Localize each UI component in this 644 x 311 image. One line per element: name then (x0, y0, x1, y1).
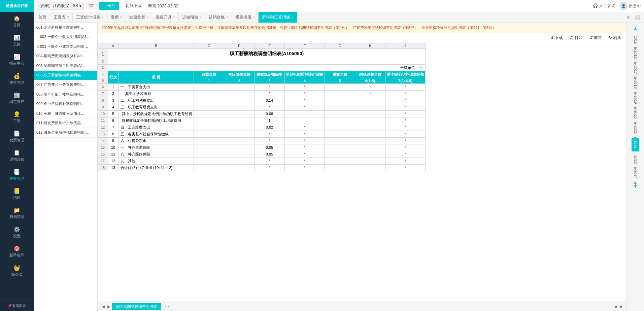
sidebar-item-finance[interactable]: 💰 资金管理 (0, 69, 34, 89)
d-cell[interactable] (224, 110, 255, 117)
tab-invoice-calc[interactable]: 发票测算 × (126, 12, 152, 23)
close-tab-btn[interactable]: ✕ (625, 15, 632, 20)
h-cell[interactable] (355, 151, 385, 158)
d-cell[interactable] (224, 137, 255, 144)
g-cell[interactable] (325, 90, 355, 97)
tab-close-icon[interactable]: × (292, 15, 294, 19)
year-item-2016[interactable]: 2016年 (632, 48, 639, 61)
list-item-004[interactable]: 004-期间费用明细表(A1040… (34, 51, 97, 61)
f-cell[interactable] (285, 110, 325, 117)
sidebar-item-close[interactable]: 📒 结账 (0, 184, 34, 204)
tab-invoice-issue[interactable]: 发票开具 × (152, 12, 179, 23)
sheet-scroll-left-btn[interactable]: ◀ (613, 304, 618, 309)
year-item-2021[interactable]: 2021年 (632, 123, 639, 136)
list-item-005[interactable]: 005-纳税调整项目明细表(A1… (34, 61, 97, 71)
g-cell[interactable] (325, 131, 355, 137)
sheet-nav-prev[interactable]: ◀ (100, 304, 106, 309)
sidebar-item-salesledger[interactable]: 📋 进销台账 (0, 146, 34, 165)
sidebar-item-assets[interactable]: 🏢 固定资产 (0, 89, 34, 108)
c-cell[interactable] (194, 164, 224, 171)
table-row[interactable]: 18 13 合计(1+3+4+7+8+9+10+11+12) * * * (98, 164, 426, 171)
tab-close-icon[interactable]: × (253, 15, 255, 19)
tab-invoice[interactable]: 发票 × (107, 12, 126, 23)
tab-payroll[interactable]: 工资表 × (50, 12, 73, 23)
d-cell[interactable] (224, 124, 255, 131)
sidebar-item-archive[interactable]: 📁 归档管理 (0, 204, 34, 223)
d-cell[interactable] (224, 104, 255, 110)
g-cell[interactable] (325, 137, 355, 144)
g-cell[interactable] (325, 83, 355, 90)
year-item-2022[interactable]: 2022年 (632, 138, 639, 151)
d-cell[interactable] (224, 97, 255, 104)
tab-home[interactable]: 首页 (35, 12, 50, 23)
d-cell[interactable] (224, 151, 255, 158)
d-cell[interactable] (224, 158, 255, 164)
year-item-2024[interactable]: 2024年 (632, 168, 639, 181)
list-item-009[interactable]: 009-企业所得税补充说明明… (34, 99, 97, 109)
table-row[interactable]: 6 1 一、工资薪金支出 * * * * (98, 83, 426, 90)
sidebar-item-report[interactable]: 📈 报表中心 (0, 50, 34, 69)
g-cell[interactable] (325, 104, 355, 110)
sheet-nav-next[interactable]: ▶ (106, 304, 112, 309)
tab-close-icon[interactable]: × (120, 15, 122, 19)
table-row[interactable]: 7 2 其中：股权激励 * * * * (98, 90, 426, 97)
year-scroll-up[interactable]: ▲ (627, 24, 644, 32)
year-item-2020[interactable]: 2020年 (632, 108, 639, 121)
g-cell[interactable] (325, 110, 355, 117)
g-cell[interactable] (325, 151, 355, 158)
year-item-2018[interactable]: 2018年 (632, 78, 639, 91)
tab-close-icon[interactable]: × (147, 15, 149, 19)
user-menu[interactable]: 👤 徐淀华 (619, 2, 641, 10)
list-item-006[interactable]: 006-职工薪酬纳税调整明细… (34, 71, 97, 80)
c-cell[interactable] (194, 137, 224, 144)
h-cell[interactable] (355, 110, 385, 117)
d-cell[interactable] (224, 90, 255, 97)
tab-close-icon[interactable]: × (200, 15, 202, 19)
h-cell[interactable] (355, 117, 385, 124)
tab-close-icon[interactable]: × (67, 15, 69, 19)
tab-close-icon[interactable]: × (102, 15, 104, 19)
sheet-tab-main[interactable]: 职工薪酬纳税调整明细表 (112, 303, 161, 310)
list-item-007[interactable]: 007-广告费和业务宣传费明… (34, 80, 97, 90)
h-cell[interactable] (355, 131, 385, 137)
print-button[interactable]: 🖨 打印 (568, 34, 584, 41)
sidebar-item-home[interactable]: 🏠 首页 (0, 12, 34, 31)
d-cell[interactable] (224, 164, 255, 171)
table-row[interactable]: 14 9 六、住房公积金 * * * (98, 137, 426, 144)
calendar-icon-btn[interactable]: 📅 (87, 3, 96, 9)
reset-button[interactable]: ↺ 重置 (588, 34, 603, 41)
h-cell[interactable] (355, 104, 385, 110)
table-row[interactable]: 8 3 二、职工福利费支出 0.14 * * (98, 97, 426, 104)
year-item-2023[interactable]: 2023年 (632, 153, 639, 166)
maximize-btn[interactable]: ⬜ (633, 15, 641, 20)
d-cell[interactable] (224, 83, 255, 90)
h-cell[interactable] (355, 164, 385, 171)
refresh-button[interactable]: ↻ 刷新 (607, 34, 622, 41)
list-item-011[interactable]: 011-研发费用加计扣除优惠… (34, 118, 97, 128)
sheet-options-icon[interactable]: ⋯ (165, 304, 169, 309)
c-cell[interactable] (194, 117, 224, 124)
list-item-012[interactable]: 012-减免企业所得税优惠明细(… (34, 128, 97, 137)
g-cell[interactable] (325, 124, 355, 131)
c-cell[interactable] (194, 104, 224, 110)
c-cell[interactable] (194, 158, 224, 164)
year-item-2017[interactable]: 2017年 (632, 63, 639, 76)
c-cell[interactable] (194, 97, 224, 104)
sidebar-item-payroll[interactable]: 👷 工资 (0, 108, 34, 127)
g-cell[interactable] (325, 158, 355, 164)
tab-sales-check[interactable]: 进销稽核 × (179, 12, 205, 23)
table-row[interactable]: 9 4 三、职工教育经费支出 * * * (98, 104, 426, 110)
support-btn[interactable]: 🎧 人工客询 (593, 3, 615, 9)
year-item-2015[interactable]: 2015年 (632, 33, 639, 46)
g-cell[interactable] (325, 97, 355, 104)
company-selector[interactable]: (勿删）江西股宝-LSS ▾ (37, 2, 84, 10)
c-cell[interactable] (194, 124, 224, 131)
table-row[interactable]: 16 11 八、补充医疗保险 0.05 * * (98, 151, 426, 158)
c-cell[interactable] (194, 83, 224, 90)
tab-close-icon[interactable]: × (173, 15, 175, 19)
table-row[interactable]: 17 12 九、其他 * * * (98, 158, 426, 164)
f-cell[interactable] (285, 117, 325, 124)
list-item-001[interactable]: 001-企业所得税年度纳税申… (34, 23, 97, 32)
d-cell[interactable] (224, 144, 255, 151)
year-scroll-down[interactable]: ▼ (627, 182, 644, 190)
